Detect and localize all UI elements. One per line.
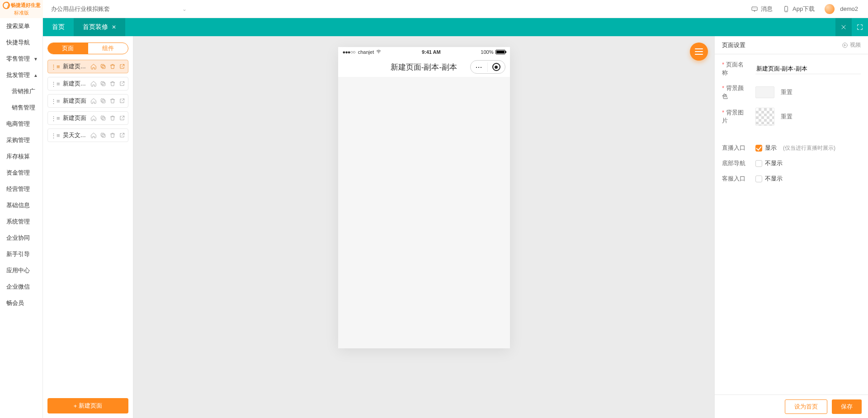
svg-rect-2 (102, 66, 105, 69)
seg-page[interactable]: 页面 (48, 43, 88, 54)
more-icon[interactable]: ··· (471, 62, 488, 72)
set-home-button[interactable]: 设为首页 (785, 399, 827, 414)
sidebar-item-wholesale[interactable]: 批发管理▲ (0, 67, 42, 83)
chevron-up-icon: ▲ (33, 73, 38, 78)
drag-icon[interactable]: ⋮≡ (51, 81, 60, 87)
share-icon[interactable] (118, 115, 125, 122)
wifi-icon (376, 49, 382, 56)
target-icon[interactable] (488, 63, 505, 71)
svg-rect-7 (101, 99, 104, 102)
page-name-input[interactable] (755, 63, 861, 74)
seg-component[interactable]: 组件 (88, 43, 128, 54)
tab-close-all-button[interactable] (835, 18, 852, 36)
sidebar-item-retail[interactable]: 零售管理▼ (0, 51, 42, 67)
sidebar-item-search[interactable]: 搜索菜单 (0, 18, 42, 34)
sidebar-item-wecom[interactable]: 企业微信 (0, 279, 42, 295)
components-fab[interactable] (690, 43, 708, 61)
copy-icon[interactable] (99, 63, 106, 70)
bgcolor-reset[interactable]: 重置 (781, 88, 793, 96)
drag-icon[interactable]: ⋮≡ (51, 132, 60, 139)
signal-icon: ●●●○○ (343, 49, 355, 55)
copy-icon[interactable] (99, 81, 106, 87)
page-list-item[interactable]: ⋮≡ 新建页面-副本 (47, 77, 128, 90)
home-icon[interactable] (90, 81, 97, 87)
tab-strip: 首页 首页装修 ✕ (43, 18, 868, 36)
svg-rect-10 (102, 134, 105, 138)
logo[interactable]: 畅捷通好生意 标准版 (0, 0, 43, 18)
svg-rect-5 (101, 81, 104, 85)
sidebar-item-operation[interactable]: 经营管理 (0, 181, 42, 197)
copy-icon[interactable] (99, 115, 106, 122)
avatar (825, 4, 835, 14)
miniapp-capsule[interactable]: ··· (470, 60, 505, 74)
delete-icon[interactable] (109, 81, 116, 87)
sidebar-item-apps[interactable]: 应用中心 (0, 262, 42, 279)
delete-icon[interactable] (109, 132, 116, 139)
pages-segment: 页面 组件 (47, 43, 128, 54)
drag-icon[interactable]: ⋮≡ (51, 98, 60, 104)
user-menu[interactable]: demo2 (825, 4, 858, 14)
pages-panel: 页面 组件 ⋮≡ 新建页面-副本-... ⋮≡ 新建页面-副本 (43, 36, 133, 418)
delete-icon[interactable] (109, 63, 116, 70)
svg-rect-9 (101, 116, 104, 119)
copy-icon[interactable] (99, 98, 106, 104)
svg-rect-3 (101, 64, 104, 67)
sidebar-item-system[interactable]: 系统管理 (0, 214, 42, 230)
battery-percent: 100% (481, 49, 493, 55)
sidebar-item-guide[interactable]: 新手引导 (0, 246, 42, 262)
page-list-item[interactable]: ⋮≡ 新建页面 (47, 94, 128, 108)
home-icon[interactable] (90, 132, 97, 139)
phone-body[interactable] (338, 77, 510, 348)
phone-titlebar: 新建页面-副本-副本 ··· (338, 57, 510, 77)
tab-home[interactable]: 首页 (43, 18, 74, 36)
drag-icon[interactable]: ⋮≡ (51, 63, 60, 70)
new-page-button[interactable]: +新建页面 (47, 398, 128, 413)
time-label: 9:41 AM (382, 49, 481, 55)
copy-icon[interactable] (99, 132, 106, 139)
bgimage-reset[interactable]: 重置 (781, 113, 793, 121)
svg-rect-11 (101, 133, 104, 136)
sidebar-item-purchase[interactable]: 采购管理 (0, 132, 42, 148)
share-icon[interactable] (118, 81, 125, 87)
sidebar-item-marketing[interactable]: 营销推广 (0, 83, 42, 100)
account-set-select[interactable]: 办公用品行业模拟账套 ⌄ (51, 5, 187, 13)
sidebar-item-basic[interactable]: 基础信息 (0, 197, 42, 214)
app-download-button[interactable]: App下载 (783, 5, 815, 13)
save-button[interactable]: 保存 (832, 399, 862, 414)
svg-rect-6 (102, 100, 105, 103)
bottom-nav-checkbox[interactable]: 不显示 (755, 159, 783, 167)
share-icon[interactable] (118, 63, 125, 70)
close-icon[interactable]: ✕ (112, 24, 116, 30)
bgimage-picker[interactable] (755, 108, 774, 126)
sidebar-item-enterprise[interactable]: 企业协同 (0, 230, 42, 246)
live-show-checkbox[interactable]: 显示 (755, 144, 777, 152)
service-checkbox[interactable]: 不显示 (755, 175, 783, 183)
page-list-item[interactable]: ⋮≡ 昊天文具店 (47, 128, 128, 142)
home-icon[interactable] (90, 98, 97, 104)
brand-name: 畅捷通好生意 (11, 2, 41, 9)
tab-page-editor[interactable]: 首页装修 ✕ (74, 18, 125, 36)
sidebar-item-funds[interactable]: 资金管理 (0, 165, 42, 181)
delete-icon[interactable] (109, 115, 116, 122)
sidebar-item-stock[interactable]: 库存核算 (0, 148, 42, 165)
home-icon[interactable] (90, 63, 97, 70)
bgcolor-picker[interactable] (755, 86, 774, 98)
sidebar-item-sales[interactable]: 销售管理 (0, 100, 42, 116)
sidebar-item-ecommerce[interactable]: 电商管理 (0, 116, 42, 132)
share-icon[interactable] (118, 98, 125, 104)
messages-button[interactable]: 消息 (751, 5, 773, 13)
share-icon[interactable] (118, 132, 125, 139)
video-help-button[interactable]: 视频 (842, 41, 861, 49)
fullscreen-button[interactable] (852, 18, 868, 36)
delete-icon[interactable] (109, 98, 116, 104)
phone-page-title: 新建页面-副本-副本 (391, 62, 457, 72)
page-list-item[interactable]: ⋮≡ 新建页面 (47, 111, 128, 125)
home-icon[interactable] (90, 115, 97, 122)
live-hint: (仅当进行直播时展示) (783, 144, 835, 152)
canvas: ●●●○○ chanjet 9:41 AM 100% 新建页面-副本-副本 (133, 36, 714, 418)
chevron-down-icon: ⌄ (182, 6, 187, 12)
page-list-item[interactable]: ⋮≡ 新建页面-副本-... (47, 60, 128, 73)
drag-icon[interactable]: ⋮≡ (51, 115, 60, 122)
sidebar-item-member[interactable]: 畅会员 (0, 295, 42, 311)
sidebar-item-quicknav[interactable]: 快捷导航 (0, 34, 42, 51)
